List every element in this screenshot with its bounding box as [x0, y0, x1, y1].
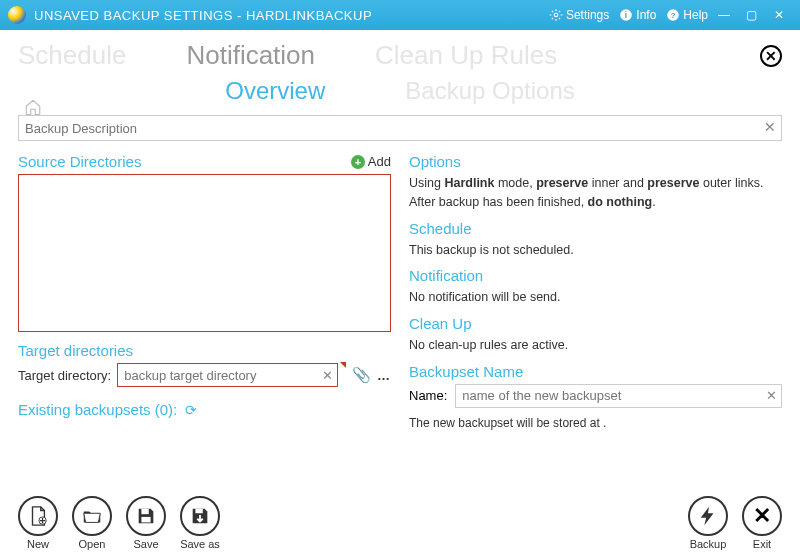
tab-notification[interactable]: Notification — [186, 40, 315, 71]
settings-link[interactable]: Settings — [549, 8, 609, 22]
target-directory-label: Target directory: — [18, 368, 111, 383]
refresh-icon[interactable]: ⟳ — [185, 402, 197, 418]
name-label: Name: — [409, 388, 447, 403]
open-folder-icon — [81, 505, 103, 527]
info-link[interactable]: iInfo — [619, 8, 656, 22]
target-directories-header: Target directories — [18, 342, 391, 359]
svg-rect-8 — [195, 509, 202, 514]
help-link[interactable]: ?Help — [666, 8, 708, 22]
save-icon — [135, 505, 157, 527]
primary-tabs: Schedule Notification Clean Up Rules ✕ — [0, 30, 800, 71]
target-directory-field: ✕ — [117, 363, 338, 387]
existing-backupsets-header: Existing backupsets (0): ⟳ — [18, 401, 391, 418]
cleanup-header: Clean Up — [409, 315, 782, 332]
backupset-name-header: Backupset Name — [409, 363, 782, 380]
titlebar: UNSAVED BACKUP SETTINGS - HARDLINKBACKUP… — [0, 0, 800, 30]
svg-rect-6 — [141, 509, 148, 515]
left-column: Source Directories + Add Target director… — [18, 149, 391, 438]
svg-text:i: i — [625, 11, 627, 20]
close-panel-button[interactable]: ✕ — [760, 45, 782, 67]
maximize-button[interactable]: ▢ — [746, 8, 764, 22]
lightning-icon — [697, 505, 719, 527]
notification-text: No notification will be send. — [409, 288, 782, 307]
error-indicator-icon — [340, 362, 346, 368]
description-row: ✕ — [18, 115, 782, 141]
add-source-button[interactable]: + Add — [351, 154, 391, 169]
store-location-note: The new backupset will be stored at . — [409, 416, 782, 430]
clear-name-icon[interactable]: ✕ — [766, 388, 777, 403]
home-button[interactable] — [24, 98, 42, 116]
window-title: UNSAVED BACKUP SETTINGS - HARDLINKBACKUP — [34, 8, 549, 23]
options-text: Using Hardlink mode, preserve inner and … — [409, 174, 782, 212]
open-button[interactable]: Open — [72, 496, 112, 550]
tab-backup-options[interactable]: Backup Options — [405, 77, 574, 105]
new-file-icon — [27, 505, 49, 527]
clear-target-icon[interactable]: ✕ — [322, 368, 333, 383]
clear-description-icon[interactable]: ✕ — [764, 119, 776, 135]
backupset-name-input[interactable] — [456, 388, 781, 403]
tab-cleanup[interactable]: Clean Up Rules — [375, 40, 557, 71]
target-directory-input[interactable] — [118, 368, 337, 383]
gear-icon — [549, 8, 563, 22]
source-directories-list[interactable] — [18, 174, 391, 332]
name-field: ✕ — [455, 384, 782, 408]
svg-text:?: ? — [671, 11, 676, 20]
cleanup-text: No clean-up rules are active. — [409, 336, 782, 355]
svg-point-0 — [554, 13, 558, 17]
bottom-toolbar: New Open Save Save as Backup ✕ Exit — [18, 496, 782, 550]
tab-overview[interactable]: Overview — [225, 77, 325, 105]
plus-icon: + — [351, 155, 365, 169]
description-input[interactable] — [18, 115, 782, 141]
info-icon: i — [619, 8, 633, 22]
save-as-button[interactable]: Save as — [180, 496, 220, 550]
schedule-header: Schedule — [409, 220, 782, 237]
tab-schedule[interactable]: Schedule — [18, 40, 126, 71]
source-directories-header: Source Directories + Add — [18, 153, 391, 170]
minimize-button[interactable]: — — [718, 8, 736, 22]
app-icon — [8, 6, 26, 24]
secondary-tabs: Overview Backup Options — [0, 71, 800, 115]
options-header: Options — [409, 153, 782, 170]
attachment-icon[interactable]: 📎 — [352, 366, 371, 384]
help-icon: ? — [666, 8, 680, 22]
new-button[interactable]: New — [18, 496, 58, 550]
save-as-icon — [189, 505, 211, 527]
save-button[interactable]: Save — [126, 496, 166, 550]
svg-rect-7 — [141, 517, 150, 523]
home-icon — [24, 98, 42, 116]
close-button[interactable]: ✕ — [774, 8, 792, 22]
backup-button[interactable]: Backup — [688, 496, 728, 550]
right-column: Options Using Hardlink mode, preserve in… — [409, 149, 782, 438]
schedule-text: This backup is not scheduled. — [409, 241, 782, 260]
browse-button[interactable]: … — [377, 368, 391, 383]
exit-button[interactable]: ✕ Exit — [742, 496, 782, 550]
notification-header: Notification — [409, 267, 782, 284]
